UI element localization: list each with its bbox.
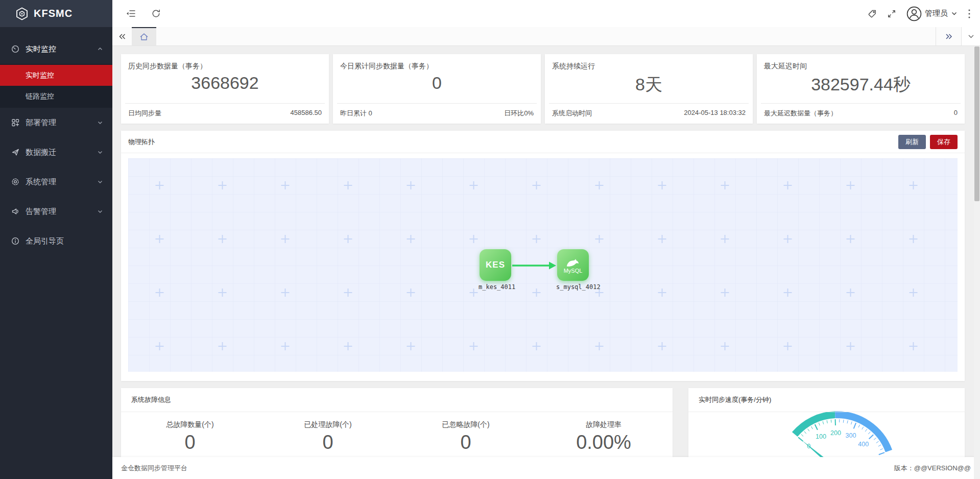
fullscreen-icon[interactable] [887,9,896,18]
sidebar-item-data-migration[interactable]: 数据搬迁 [0,137,112,167]
tabs-scroll-right-button[interactable] [936,27,961,45]
card-title: 历史同步数据量（事务） [121,54,329,71]
topology-title: 物理拓扑 [128,137,155,147]
svg-text:200: 200 [830,429,841,437]
footer-version: 版本：@@VERSION@@ [894,464,971,473]
fault-panel-title: 系统故障信息 [131,395,171,404]
card-footer-value: 0 [954,109,958,118]
stat-label: 故障处理率 [535,420,673,429]
stat-label: 总故障数量(个) [121,420,259,429]
chevron-down-icon [97,208,103,214]
sidebar-item-alert-management[interactable]: 告警管理 [0,197,112,226]
kebab-menu-icon[interactable] [968,9,971,19]
dashboard-icon [11,45,20,53]
gear-icon [11,178,20,186]
topology-node-kes[interactable]: KES m_kes_4011 [479,249,512,291]
stat-value: 0 [121,432,259,453]
topology-node-mysql[interactable]: MySQL s_mysql_4012 [556,249,590,291]
svg-text:400: 400 [858,441,869,448]
sidebar-item-deploy-management[interactable]: 部署管理 [0,108,112,137]
sidebar-item-realtime-monitor[interactable]: 实时监控 [0,34,112,64]
sidebar: KFSMC 实时监控 实时监控 链路监控 部署管理 [0,0,112,479]
card-value: 8天 [545,73,753,97]
save-button[interactable]: 保存 [930,135,958,149]
sidebar-item-label: 系统管理 [26,177,97,187]
dolphin-icon [565,257,581,268]
sidebar-item-label: 数据搬迁 [26,148,97,157]
svg-text:0: 0 [807,443,810,450]
chevron-down-icon [97,149,103,155]
node-name-label: m_kes_4011 [479,283,512,291]
submenu-item-link-monitor[interactable]: 链路监控 [0,86,112,107]
divider [125,103,325,104]
refresh-icon[interactable] [151,9,161,18]
scrollbar-thumb[interactable] [974,46,979,201]
menu-fold-icon[interactable] [126,9,136,18]
topology-canvas[interactable]: KES m_kes_4011 MySQL s_mysql_4012 [128,158,958,372]
card-value: 0 [333,73,541,93]
node-type-label: KES [486,260,505,270]
user-menu[interactable]: 管理员 [906,6,958,21]
topology-edge-arrow [511,260,557,271]
app-title: KFSMC [34,8,73,19]
tab-home[interactable] [132,27,156,45]
stat-value: 0 [397,432,535,453]
card-history-sync: 历史同步数据量（事务） 3668692 日均同步量 458586.50 [121,54,329,124]
divider [761,103,961,104]
divider [549,103,749,104]
submenu-item-label: 实时监控 [26,71,54,80]
submenu-item-realtime-monitor[interactable]: 实时监控 [0,65,112,86]
sidebar-menu: 实时监控 实时监控 链路监控 部署管理 数据 [0,27,112,256]
tabstrip-spacer [156,27,936,45]
stat-label: 已处理故障(个) [259,420,397,429]
card-value: 3668692 [121,73,329,93]
mysql-node-icon: MySQL [557,249,589,281]
info-icon [11,237,20,245]
fault-stat-ignored: 已忽略故障(个) 0 [397,420,535,453]
deploy-icon [11,118,20,127]
node-type-label: MySQL [564,268,583,274]
card-title: 系统持续运行 [545,54,753,71]
sidebar-item-label: 实时监控 [26,44,97,54]
alert-icon [11,207,20,215]
main-content: 历史同步数据量（事务） 3668692 日均同步量 458586.50 今日累计… [112,46,974,479]
card-title: 今日累计同步数据量（事务） [333,54,541,71]
chevron-down-icon [951,10,958,17]
tab-strip [112,27,980,46]
fault-stat-total: 总故障数量(个) 0 [121,420,259,453]
card-footer-label: 最大延迟数据量（事务） [764,109,837,118]
home-icon [139,32,149,41]
footer-platform-name: 金仓数据同步管理平台 [121,464,187,473]
kes-node-icon: KES [480,249,511,281]
page-footer: 金仓数据同步管理平台 版本：@@VERSION@@ [112,457,980,479]
node-name-label: s_mysql_4012 [556,283,590,291]
card-title: 最大延迟时间 [757,54,965,71]
submenu-item-label: 链路监控 [26,92,54,101]
tag-icon[interactable] [868,9,877,18]
tabs-scroll-left-button[interactable] [112,27,132,45]
avatar [906,6,922,21]
sidebar-item-global-guide[interactable]: 全局引导页 [0,226,112,256]
sidebar-item-label: 全局引导页 [26,236,103,246]
migrate-icon [11,148,20,156]
fault-stat-rate: 故障处理率 0.00% [535,420,673,453]
gauge-panel-title: 实时同步速度(事务/分钟) [699,395,771,404]
logo-hexagon-icon [15,7,29,20]
sidebar-item-label: 部署管理 [26,118,97,128]
card-uptime: 系统持续运行 8天 系统启动时间 2024-05-13 18:03:32 [545,54,753,124]
stat-value: 0.00% [535,432,673,453]
card-footer-value: 2024-05-13 18:03:32 [684,109,746,118]
chevron-down-icon [97,119,103,126]
sidebar-item-label: 告警管理 [26,207,97,217]
card-footer-value: 日环比0% [504,109,534,118]
svg-text:300: 300 [846,432,856,439]
sidebar-item-system-management[interactable]: 系统管理 [0,167,112,197]
stat-value: 0 [259,432,397,453]
card-footer-label: 昨日累计 0 [340,109,372,118]
card-footer-value: 458586.50 [291,109,322,118]
refresh-button[interactable]: 刷新 [898,135,926,149]
tabs-dropdown-button[interactable] [961,27,980,45]
card-value: 382597.44秒 [757,73,965,97]
card-footer-label: 日均同步量 [128,109,161,118]
card-footer-label: 系统启动时间 [552,109,592,118]
